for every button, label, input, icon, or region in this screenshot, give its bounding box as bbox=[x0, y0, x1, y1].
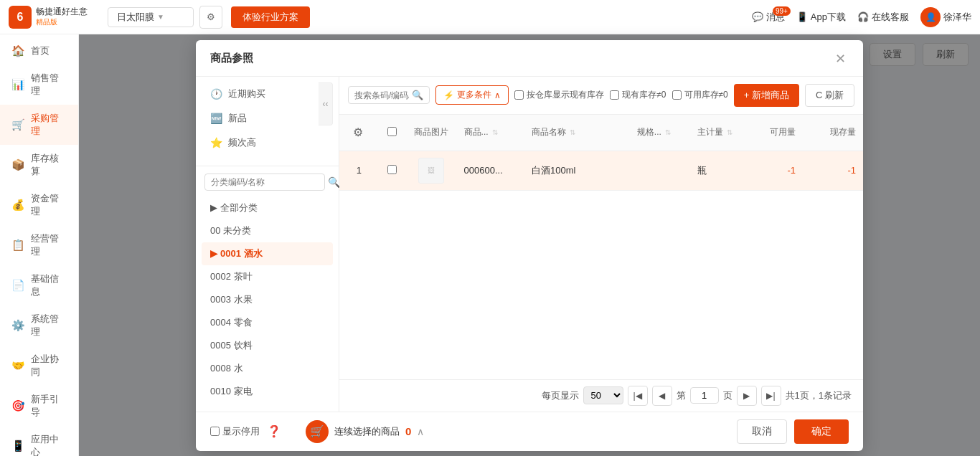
last-page-btn[interactable]: ▶| bbox=[761, 386, 781, 406]
quick-item-label: 新品 bbox=[228, 112, 247, 125]
help-icon[interactable]: ❓ bbox=[267, 424, 281, 438]
collapse-panel-btn[interactable]: ‹‹ bbox=[319, 82, 333, 125]
sidebar-item-management[interactable]: 📋 经营管理 bbox=[0, 225, 78, 265]
confirm-button[interactable]: 确定 bbox=[794, 419, 849, 444]
sidebar-item-inventory[interactable]: 📦 库存核算 bbox=[0, 145, 78, 185]
cancel-button[interactable]: 取消 bbox=[737, 419, 787, 444]
product-search-input[interactable] bbox=[354, 90, 409, 100]
total-pages-label: 共1页，1条记录 bbox=[786, 389, 852, 402]
headphone-icon: 🎧 bbox=[857, 11, 869, 22]
cat-all[interactable]: ▶ 全部分类 bbox=[202, 196, 333, 219]
online-service-label: 在线客服 bbox=[872, 11, 909, 24]
page-number-input[interactable] bbox=[690, 387, 719, 404]
pagination-bar: 每页显示 50 10 20 100 |◀ ◀ 第 页 bbox=[339, 379, 863, 412]
category-search-row: 🔍 bbox=[196, 171, 339, 194]
app-download-item[interactable]: 📱 App下载 bbox=[796, 11, 846, 24]
per-page-select[interactable]: 50 10 20 100 bbox=[583, 386, 623, 404]
sidebar-item-label: 系统管理 bbox=[31, 313, 67, 338]
filter-nonzero-checkbox[interactable] bbox=[610, 90, 619, 100]
th-spec[interactable]: 规格... ⇅ bbox=[630, 115, 690, 151]
sidebar-item-guide[interactable]: 🎯 新手引导 bbox=[0, 386, 78, 426]
close-button[interactable]: ✕ bbox=[831, 50, 849, 67]
sidebar-item-home[interactable]: 🏠 首页 bbox=[0, 37, 78, 65]
nav-selector[interactable]: 日太阳膜 ▼ bbox=[108, 7, 194, 27]
table-row[interactable]: 1 🖼 bbox=[339, 151, 863, 190]
filter-icon: ⚡ bbox=[443, 90, 454, 100]
inventory-icon: 📦 bbox=[11, 158, 25, 171]
cat-tea[interactable]: 0002 茶叶 bbox=[202, 265, 333, 288]
cat-arrow: ▶ bbox=[210, 202, 217, 213]
logo-area: 6 畅捷通好生意 精品版 bbox=[9, 6, 102, 29]
sidebar-item-enterprise[interactable]: 🤝 企业协同 bbox=[0, 346, 78, 386]
sidebar-item-sales[interactable]: 📊 销售管理 bbox=[0, 65, 78, 105]
online-service-item[interactable]: 🎧 在线客服 bbox=[857, 11, 909, 24]
cart-collapse-icon[interactable]: ∧ bbox=[417, 426, 424, 437]
filter-nonzero-stock[interactable]: 现有库存≠0 bbox=[610, 89, 666, 101]
trial-button[interactable]: 体验行业方案 bbox=[231, 6, 310, 28]
cat-label: 00 未分类 bbox=[210, 224, 251, 237]
show-disabled-text: 显示停用 bbox=[222, 425, 260, 438]
add-product-button[interactable]: + 新增商品 bbox=[734, 84, 799, 107]
th-code[interactable]: 商品... ⇅ bbox=[457, 115, 524, 151]
sidebar-item-apps[interactable]: 📱 应用中心 bbox=[0, 426, 78, 456]
th-unit[interactable]: 主计量 ⇅ bbox=[690, 115, 743, 151]
quick-item-recent[interactable]: 🕐 近期购买 bbox=[202, 82, 274, 105]
column-settings-btn[interactable]: ⚙ bbox=[347, 121, 369, 144]
row-num: 1 bbox=[339, 151, 379, 190]
more-filter-button[interactable]: ⚡ 更多条件 ∧ bbox=[435, 85, 509, 105]
filter-warehouse-label: 按仓库显示现有库存 bbox=[527, 89, 604, 101]
row-img-cell: 🖼 bbox=[405, 151, 456, 190]
row-spec bbox=[630, 151, 690, 190]
cart-icon[interactable]: 🛒 bbox=[306, 420, 329, 443]
filter-nonzero-avail[interactable]: 可用库存≠0 bbox=[672, 89, 728, 101]
quick-item-frequent[interactable]: ⭐ 频次高 bbox=[202, 131, 274, 154]
cat-uncategorized[interactable]: 00 未分类 bbox=[202, 219, 333, 242]
filter-avail-checkbox[interactable] bbox=[672, 90, 682, 100]
modal-footer: 显示停用 ❓ 🛒 连续选择的商品 0 ∧ 取消 确定 bbox=[196, 412, 863, 451]
next-page-btn[interactable]: ▶ bbox=[737, 386, 757, 406]
cat-label: 0001 酒水 bbox=[220, 247, 263, 260]
user-item[interactable]: 👤 徐泽华 bbox=[920, 7, 971, 27]
cat-fruit[interactable]: 0003 水果 bbox=[202, 288, 333, 311]
cat-appliance[interactable]: 0010 家电 bbox=[202, 380, 333, 403]
sort-name-icon: ⇅ bbox=[570, 128, 575, 136]
cat-liquor[interactable]: ▶ 0001 酒水 bbox=[202, 242, 333, 265]
first-page-btn[interactable]: |◀ bbox=[628, 386, 648, 406]
settings-icon[interactable]: ⚙ bbox=[199, 6, 222, 29]
sidebar-item-finance[interactable]: 💰 资金管理 bbox=[0, 185, 78, 225]
category-search-input[interactable] bbox=[204, 174, 325, 191]
sidebar-item-label: 应用中心 bbox=[31, 433, 67, 456]
sidebar-item-system[interactable]: ⚙️ 系统管理 bbox=[0, 305, 78, 346]
modal-title: 商品参照 bbox=[210, 52, 253, 65]
th-stock-label: 现存量 bbox=[830, 127, 856, 137]
modal-overlay: 商品参照 ✕ 🕐 近期购买 bbox=[79, 34, 980, 456]
username: 徐泽华 bbox=[943, 11, 971, 24]
filter-warehouse-checkbox[interactable] bbox=[514, 90, 524, 100]
th-settings: ⚙ bbox=[339, 115, 379, 151]
footer-cart: 🛒 连续选择的商品 0 ∧ bbox=[306, 420, 424, 443]
messages-item[interactable]: 💬 消息 99+ bbox=[752, 11, 785, 24]
th-name-label: 商品名称 bbox=[532, 127, 566, 137]
message-icon: 💬 bbox=[752, 11, 763, 22]
cat-arrow: ▶ bbox=[210, 248, 217, 259]
filter-right-btns: + 新增商品 C 刷新 bbox=[734, 84, 854, 107]
category-search-icon[interactable]: 🔍 bbox=[328, 176, 340, 188]
sidebar-item-purchase[interactable]: 🛒 采购管理 bbox=[0, 105, 78, 145]
logo-icon: 6 bbox=[9, 6, 32, 29]
topbar-right: 💬 消息 99+ 📱 App下载 🎧 在线客服 👤 徐泽华 bbox=[752, 7, 971, 27]
cat-beverage[interactable]: 0005 饮料 bbox=[202, 334, 333, 357]
quick-item-new[interactable]: 🆕 新品 bbox=[202, 107, 274, 130]
select-all-checkbox[interactable] bbox=[387, 127, 397, 136]
row-name: 白酒100ml bbox=[524, 151, 630, 190]
show-disabled-label[interactable]: 显示停用 bbox=[210, 425, 260, 438]
sidebar-item-basic[interactable]: 📄 基础信息 bbox=[0, 265, 78, 305]
th-name[interactable]: 商品名称 ⇅ bbox=[524, 115, 630, 151]
cat-label: 0004 零食 bbox=[210, 316, 253, 329]
cat-snack[interactable]: 0004 零食 bbox=[202, 311, 333, 334]
refresh-button[interactable]: C 刷新 bbox=[805, 84, 854, 107]
filter-warehouse-stock[interactable]: 按仓库显示现有库存 bbox=[514, 89, 604, 101]
row-checkbox[interactable] bbox=[387, 165, 397, 174]
show-disabled-checkbox[interactable] bbox=[210, 427, 220, 436]
cat-water[interactable]: 0008 水 bbox=[202, 357, 333, 380]
prev-page-btn[interactable]: ◀ bbox=[652, 386, 672, 406]
